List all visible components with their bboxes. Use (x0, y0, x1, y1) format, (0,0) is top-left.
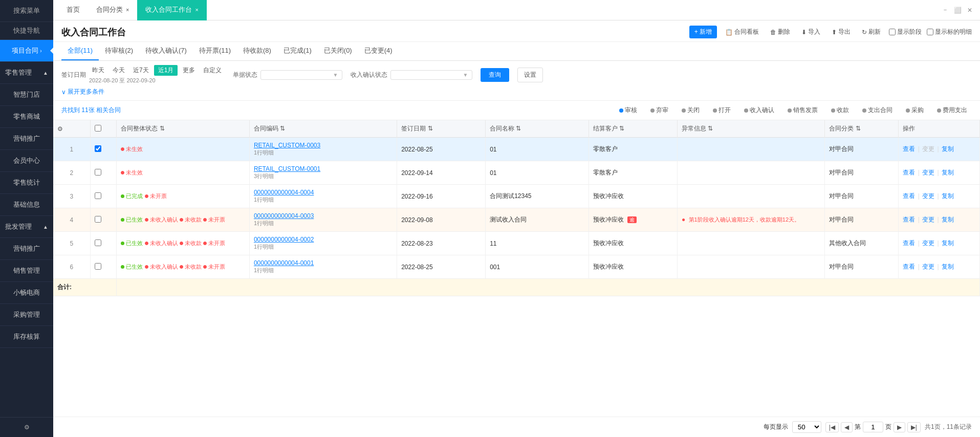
window-close[interactable]: ✕ (965, 5, 975, 15)
contract-code-link[interactable]: 0000000000004-0002 (254, 236, 314, 243)
toolbar-review-btn[interactable]: 审核 (615, 104, 642, 117)
sidebar-item-marketing2[interactable]: 营销推广 (0, 238, 53, 260)
toolbar-close-btn[interactable]: 关闭 (677, 104, 704, 117)
row-checkbox[interactable] (90, 161, 117, 185)
op-change[interactable]: 变更 (922, 239, 934, 247)
op-change[interactable]: 变更 (922, 169, 934, 176)
sidebar-item-retail-mall[interactable]: 零售商城 (0, 106, 53, 128)
col-sign-date[interactable]: 签订日期 ⇅ (397, 120, 486, 138)
sidebar-item-inventory[interactable]: 库存核算 (0, 326, 53, 348)
toolbar-open-btn[interactable]: 打开 (708, 104, 735, 117)
toolbar-sales-invoice-btn[interactable]: 销售发票 (783, 104, 822, 117)
toolbar-abandon-btn[interactable]: 弃审 (646, 104, 673, 117)
row-checkbox[interactable] (90, 208, 117, 232)
page-size-select[interactable]: 50 10 20 100 (792, 421, 821, 433)
export-button[interactable]: ⬆ 导出 (829, 26, 854, 38)
tab-income-contract[interactable]: 收入合同工作台 × (137, 0, 206, 20)
sidebar-item-member-center[interactable]: 会员中心 (0, 150, 53, 172)
tab-home[interactable]: 首页 (58, 0, 88, 20)
sidebar-item-marketing[interactable]: 营销推广 (0, 128, 53, 150)
contract-code-link[interactable]: 0000000000004-0003 (254, 212, 314, 220)
row-checkbox[interactable] (90, 255, 117, 279)
toolbar-purchase-btn[interactable]: 采购 (901, 104, 928, 117)
op-copy[interactable]: 复制 (942, 169, 954, 176)
op-view[interactable]: 查看 (903, 263, 915, 270)
toolbar-collection-btn[interactable]: 收款 (826, 104, 854, 117)
row-checkbox[interactable] (90, 138, 117, 161)
date-btn-1month[interactable]: 近1月 (154, 65, 178, 76)
sidebar-quick-nav[interactable]: 快捷导航 (0, 22, 53, 40)
sub-tab-completed[interactable]: 已完成(1) (277, 42, 318, 60)
col-overall-status[interactable]: 合同整体状态 ⇅ (117, 120, 249, 138)
show-detail-input[interactable] (927, 29, 933, 35)
op-view[interactable]: 查看 (903, 216, 915, 223)
delete-button[interactable]: 🗑 删除 (767, 26, 793, 38)
row-checkbox[interactable] (90, 185, 117, 208)
window-maximize[interactable]: ⬜ (952, 5, 963, 15)
refresh-button[interactable]: ↻ 刷新 (859, 26, 884, 38)
sidebar-item-purchase[interactable]: 采购管理 (0, 304, 53, 326)
col-code[interactable]: 合同编码 ⇅ (249, 120, 397, 138)
op-copy[interactable]: 复制 (942, 239, 954, 247)
sidebar-search[interactable]: 搜索菜单 (0, 0, 53, 22)
contract-board-button[interactable]: 📋 合同看板 (722, 26, 762, 38)
contract-code-link[interactable]: RETAIL_CUSTOM-0003 (254, 142, 320, 149)
import-button[interactable]: ⬇ 导入 (798, 26, 823, 38)
col-name[interactable]: 合同名称 ⇅ (486, 120, 589, 138)
tab-income-contract-close[interactable]: × (195, 7, 198, 13)
date-btn-yesterday[interactable]: 昨天 (89, 65, 107, 76)
col-type[interactable]: 合同分类 ⇅ (825, 120, 899, 138)
op-copy[interactable]: 复制 (942, 192, 954, 200)
sub-tab-pending-invoice[interactable]: 待开票(11) (193, 42, 237, 60)
filter-settings-button[interactable]: 设置 (517, 68, 543, 82)
sidebar-item-sales-management[interactable]: 销售管理 (0, 260, 53, 282)
op-view[interactable]: 查看 (903, 192, 915, 200)
page-next-btn[interactable]: ▶ (894, 422, 905, 432)
sidebar-item-basic-info[interactable]: 基础信息 (0, 194, 53, 216)
sub-tab-pending-income[interactable]: 待收入确认(7) (139, 42, 193, 60)
show-detail-checkbox[interactable]: 显示标的明细 (927, 28, 972, 36)
page-last-btn[interactable]: ▶| (907, 422, 921, 432)
tab-contract-category-close[interactable]: × (126, 7, 129, 13)
contract-code-link[interactable]: 0000000000004-0001 (254, 259, 314, 267)
op-change[interactable]: 变更 (922, 216, 934, 223)
doc-status-select[interactable]: ▼ (260, 70, 342, 80)
page-input[interactable] (863, 422, 883, 432)
op-change[interactable]: 变更 (922, 192, 934, 200)
show-fields-checkbox[interactable]: 显示阶段 (889, 28, 922, 36)
date-btn-more[interactable]: 更多 (180, 65, 198, 76)
row-checkbox[interactable] (90, 232, 117, 255)
sidebar-item-wholesale[interactable]: 批发管理 ▲ (0, 216, 53, 238)
sub-tab-pending-review[interactable]: 待审核(2) (99, 42, 139, 60)
toolbar-income-confirm-btn[interactable]: 收入确认 (739, 104, 779, 117)
op-copy[interactable]: 复制 (942, 216, 954, 223)
tab-contract-category[interactable]: 合同分类 × (88, 0, 137, 20)
new-button[interactable]: + 新增 (689, 26, 717, 38)
sidebar-settings[interactable]: ⚙ (0, 417, 53, 437)
contract-code-link[interactable]: RETAIL_CUSTOM-0001 (254, 165, 320, 172)
contract-code-link[interactable]: 0000000000004-0004 (254, 189, 314, 196)
sub-tab-all[interactable]: 全部(11) (61, 42, 99, 60)
col-abnormal[interactable]: 异常信息 ⇅ (677, 120, 824, 138)
toolbar-output-contract-btn[interactable]: 支出合同 (858, 104, 897, 117)
sub-tab-pending-payment[interactable]: 待收款(8) (237, 42, 277, 60)
show-fields-input[interactable] (889, 29, 896, 35)
sidebar-item-retail-stats[interactable]: 零售统计 (0, 172, 53, 194)
toolbar-expense-btn[interactable]: 费用支出 (932, 104, 972, 117)
date-btn-custom[interactable]: 自定义 (200, 65, 225, 76)
sidebar-item-retail-management[interactable]: 零售管理 ▲ (0, 62, 53, 84)
op-view[interactable]: 查看 (903, 239, 915, 247)
sidebar-item-project-contract[interactable]: 项目合同 › (0, 40, 53, 62)
op-view[interactable]: 查看 (903, 169, 915, 176)
income-confirm-select[interactable]: ▼ (390, 70, 472, 80)
sub-tab-changed[interactable]: 已变更(4) (358, 42, 399, 60)
col-settings[interactable]: ⚙ (53, 120, 90, 138)
sub-tab-closed[interactable]: 已关闭(0) (318, 42, 358, 60)
page-prev-btn[interactable]: ◀ (841, 422, 853, 432)
window-minimize[interactable]: － (940, 5, 950, 15)
op-change[interactable]: 变更 (922, 263, 934, 270)
op-view[interactable]: 查看 (903, 145, 915, 152)
date-btn-7days[interactable]: 近7天 (130, 65, 152, 76)
expand-filter-button[interactable]: ∨ 展开更多条件 (61, 88, 104, 96)
op-copy[interactable]: 复制 (942, 145, 954, 152)
